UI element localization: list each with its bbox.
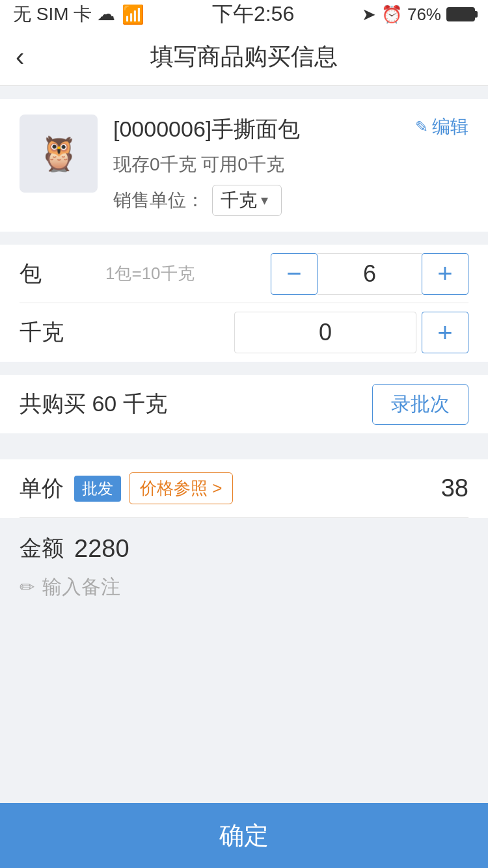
amount-label: 金额 bbox=[20, 534, 64, 563]
price-ref-button[interactable]: 价格参照 > bbox=[129, 472, 233, 504]
edit-label: 编辑 bbox=[432, 115, 468, 139]
batch-button[interactable]: 录批次 bbox=[372, 384, 468, 425]
bao-increment-button[interactable]: + bbox=[422, 253, 468, 295]
product-unit-row: 销售单位： 千克 ▾ bbox=[113, 185, 468, 216]
summary-suffix: 千克 bbox=[123, 391, 167, 416]
product-logo-icon: 🦉 bbox=[38, 134, 80, 174]
edit-icon: ✎ bbox=[415, 118, 428, 136]
time-display: 下午2:56 bbox=[212, 0, 294, 29]
kg-label: 千克 bbox=[20, 318, 98, 347]
bao-input-row: 包 1包=10千克 − + bbox=[20, 245, 468, 303]
page-title: 填写商品购买信息 bbox=[150, 41, 338, 73]
amount-row: 金额 2280 bbox=[20, 534, 468, 563]
kg-increment-button[interactable]: + bbox=[422, 312, 468, 353]
summary-section: 共购买 60 千克 录批次 bbox=[0, 375, 488, 433]
chevron-down-icon: ▾ bbox=[261, 192, 268, 209]
separator-2 bbox=[0, 362, 488, 375]
note-row[interactable]: ✏ 输入备注 bbox=[20, 574, 468, 601]
product-thumbnail: 🦉 bbox=[20, 115, 98, 193]
amount-value: 2280 bbox=[74, 535, 129, 563]
bao-quantity-input[interactable] bbox=[318, 253, 422, 295]
product-stock: 现存0千克 可用0千克 bbox=[113, 152, 468, 177]
kg-input-row: 千克 + bbox=[20, 303, 468, 362]
separator-3 bbox=[0, 433, 488, 446]
quantity-section: 包 1包=10千克 − + 千克 + bbox=[0, 245, 488, 362]
kg-quantity-input[interactable] bbox=[234, 312, 416, 353]
summary-prefix: 共购买 bbox=[20, 391, 86, 416]
location-icon: ➤ bbox=[362, 5, 376, 25]
separator-1 bbox=[0, 232, 488, 245]
kg-qty-control: + bbox=[234, 312, 468, 353]
price-row: 单价 批发 价格参照 > 38 bbox=[20, 459, 468, 518]
battery-percent: 76% bbox=[407, 5, 441, 25]
battery-icon bbox=[446, 7, 475, 21]
price-label: 单价 bbox=[20, 474, 64, 504]
product-card: 🦉 [0000006]手撕面包 现存0千克 可用0千克 销售单位： 千克 ▾ ✎… bbox=[0, 99, 488, 232]
wifi-icon: 📶 bbox=[122, 4, 144, 25]
status-left: 无 SIM 卡 ☁ 📶 bbox=[13, 2, 144, 27]
status-right: ➤ ⏰ 76% bbox=[362, 5, 475, 25]
bao-qty-control: − + bbox=[271, 253, 468, 295]
sim-label: 无 SIM 卡 ☁ bbox=[13, 2, 115, 27]
summary-amount: 60 bbox=[92, 391, 116, 416]
unit-select[interactable]: 千克 ▾ bbox=[212, 185, 282, 216]
price-section: 单价 批发 价格参照 > 38 bbox=[0, 459, 488, 518]
back-button[interactable]: ‹ bbox=[16, 42, 24, 72]
unit-value: 千克 bbox=[221, 188, 257, 213]
bao-decrement-button[interactable]: − bbox=[271, 253, 318, 295]
alarm-icon: ⏰ bbox=[381, 5, 402, 25]
unit-label: 销售单位： bbox=[113, 188, 204, 213]
confirm-button[interactable]: 确定 bbox=[0, 803, 488, 868]
price-tag: 批发 bbox=[74, 476, 121, 502]
note-placeholder: 输入备注 bbox=[42, 574, 120, 601]
bao-hint: 1包=10千克 bbox=[105, 262, 271, 285]
amount-section: 金额 2280 ✏ 输入备注 bbox=[0, 518, 488, 616]
status-bar: 无 SIM 卡 ☁ 📶 下午2:56 ➤ ⏰ 76% bbox=[0, 0, 488, 29]
nav-bar: ‹ 填写商品购买信息 bbox=[0, 29, 488, 86]
bottom-empty bbox=[0, 616, 488, 824]
pencil-icon: ✏ bbox=[20, 576, 34, 598]
bao-label: 包 bbox=[20, 259, 98, 289]
summary-text: 共购买 60 千克 bbox=[20, 389, 167, 419]
price-value: 38 bbox=[441, 474, 468, 502]
edit-button[interactable]: ✎ 编辑 bbox=[415, 115, 468, 139]
